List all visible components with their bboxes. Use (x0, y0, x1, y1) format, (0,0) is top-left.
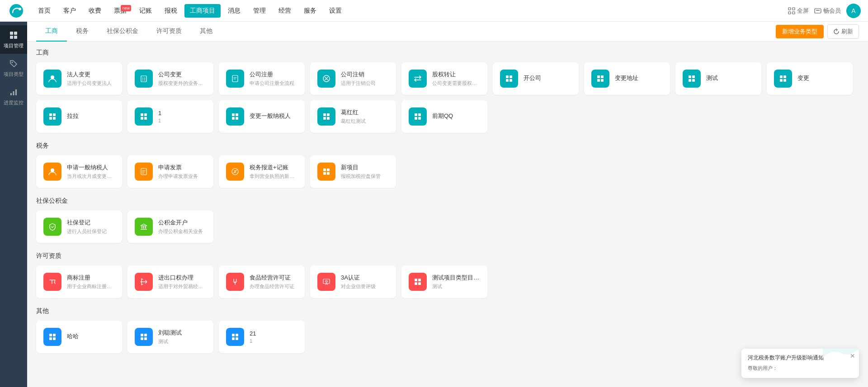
fullscreen-button[interactable]: 全屏 (788, 7, 809, 15)
nav-home[interactable]: 首页 (33, 4, 56, 18)
sidebar-label-project-manage: 项目管理 (4, 42, 24, 49)
card-0-2[interactable]: 公司注册申请公司注册全流程 (219, 62, 305, 95)
svg-rect-30 (597, 79, 600, 82)
card-desc-3-4: 测试 (432, 283, 480, 290)
card-info-4-0: 哈哈 (67, 332, 115, 342)
card-1-0[interactable]: 申请一般纳税人当月或次月成变更完成 (36, 155, 122, 188)
svg-rect-29 (601, 75, 604, 78)
card-info-1-0: 申请一般纳税人当月或次月成变更完成 (67, 163, 115, 180)
svg-rect-45 (144, 113, 147, 116)
card-0-11[interactable]: 变更一般纳税人 (219, 100, 305, 133)
card-info-0-9: 拉拉 (67, 112, 115, 121)
card-0-7[interactable]: 测试 (675, 62, 761, 95)
card-0-9[interactable]: 拉拉 (36, 100, 122, 133)
card-0-4[interactable]: 股权转让公司变更需要股权转让 (401, 62, 487, 95)
grid-icon (8, 30, 19, 41)
new-type-button[interactable]: 新增业务类型 (776, 25, 824, 38)
svg-rect-28 (597, 75, 600, 78)
grid-icon (226, 107, 244, 126)
nav-ticket[interactable]: 票据 new (108, 4, 132, 18)
nav-bookkeeping[interactable]: 记账 (134, 4, 157, 18)
card-3-1[interactable]: 进出口权办理适用于对外贸易经营者 (127, 266, 213, 298)
member-button[interactable]: 畅会员 (814, 7, 841, 15)
card-1-3[interactable]: 新项目报税加税控盘保管 (310, 155, 396, 188)
svg-point-16 (51, 75, 54, 79)
grid-icon (409, 107, 427, 126)
svg-rect-3 (793, 8, 795, 10)
svg-rect-17 (141, 76, 146, 82)
sidebar-item-project-manage[interactable]: 项目管理 (0, 25, 27, 54)
nav-fee[interactable]: 收费 (83, 4, 107, 18)
card-1-2[interactable]: 税务报道+记账拿到营业执照的新公司 (219, 155, 305, 188)
card-2-1[interactable]: 公积金开户办理公积金相关业务 (127, 210, 213, 243)
section-title-0: 工商 (36, 49, 859, 57)
card-name-2-1: 公积金开户 (158, 219, 206, 227)
nav-service[interactable]: 服务 (298, 4, 322, 18)
card-name-0-13: 前期QQ (432, 112, 480, 120)
svg-rect-6 (815, 9, 821, 13)
card-3-0[interactable]: 商标注册用于企业商标注册服务 (36, 266, 122, 298)
card-name-1-0: 申请一般纳税人 (67, 163, 115, 172)
nav-manage[interactable]: 管理 (248, 4, 271, 18)
svg-rect-11 (14, 36, 17, 39)
content-area: 工商法人变更适用于公司变更法人公司变更股权变更外的业务变更公司注册申请公司注册全… (27, 42, 868, 369)
avatar[interactable]: A (846, 4, 861, 18)
card-name-0-1: 公司变更 (158, 70, 206, 79)
card-info-0-0: 法人变更适用于公司变更法人 (67, 70, 115, 87)
card-0-6[interactable]: 变更地址 (584, 62, 670, 95)
card-4-0[interactable]: 哈哈 (36, 321, 122, 353)
sidebar-item-progress-monitor[interactable]: 进度监控 (0, 82, 27, 111)
tab-license[interactable]: 许可资质 (147, 22, 191, 42)
sidebar-item-project-type[interactable]: 项目类型 (0, 54, 27, 82)
svg-rect-78 (53, 334, 56, 336)
card-name-2-0: 社保登记 (67, 219, 115, 227)
card-0-8[interactable]: 变更 (767, 62, 853, 95)
card-0-13[interactable]: 前期QQ (401, 100, 487, 133)
tab-tax[interactable]: 税务 (67, 22, 98, 42)
card-desc-1-1: 办理申请发票业务 (158, 173, 206, 180)
card-0-1[interactable]: 公司变更股权变更外的业务变更 (127, 62, 213, 95)
svg-rect-73 (415, 279, 417, 281)
card-1-1[interactable]: 申请发票办理申请发票业务 (127, 155, 213, 188)
tab-industry[interactable]: 工商 (36, 22, 67, 42)
card-info-0-6: 变更地址 (615, 74, 663, 84)
card-0-5[interactable]: 开公司 (493, 62, 579, 95)
cards-grid-4: 哈哈刘聪测试测试211 (36, 321, 859, 353)
nav-message[interactable]: 消息 (222, 4, 246, 18)
svg-rect-9 (14, 32, 17, 35)
card-2-0[interactable]: 社保登记进行人员社保登记 (36, 210, 122, 243)
card-name-0-5: 开公司 (524, 74, 571, 82)
card-3-2[interactable]: 食品经营许可证办理食品经营许可证 (219, 266, 305, 298)
invoice-icon (135, 163, 153, 181)
card-name-1-3: 新项目 (341, 163, 389, 172)
notification-wave (823, 349, 859, 367)
nav-industry[interactable]: 工商项目 (184, 4, 221, 18)
svg-rect-67 (142, 226, 142, 228)
card-0-12[interactable]: 葛红红葛红红测试 (310, 100, 396, 133)
svg-rect-36 (780, 75, 783, 78)
svg-rect-35 (692, 79, 695, 82)
nav-customer[interactable]: 客户 (58, 4, 81, 18)
tab-other[interactable]: 其他 (191, 22, 222, 42)
card-4-2[interactable]: 211 (219, 321, 305, 353)
card-0-10[interactable]: 11 (127, 100, 213, 133)
card-3-4[interactable]: 测试项目类型目定义测试 (401, 266, 487, 298)
card-info-0-8: 变更 (797, 74, 845, 84)
nav-operation[interactable]: 经营 (273, 4, 297, 18)
tab-social-insurance[interactable]: 社保公积金 (98, 22, 147, 42)
card-3-3[interactable]: 3A认证对企业信誉评级 (310, 266, 396, 298)
notification-popup: ✕ 河北税务数字账户升级影响通知 尊敬的用户： (741, 349, 859, 378)
refresh-button[interactable]: 刷新 (827, 24, 859, 39)
svg-rect-42 (49, 117, 52, 120)
card-0-0[interactable]: 法人变更适用于公司变更法人 (36, 62, 122, 95)
svg-rect-15 (15, 89, 17, 95)
tax-icon (226, 163, 244, 181)
bank-icon (135, 218, 153, 236)
svg-rect-57 (418, 113, 421, 116)
card-0-3[interactable]: 公司注销适用于注销公司 (310, 62, 396, 95)
nav-tax[interactable]: 报税 (159, 4, 183, 18)
svg-rect-63 (323, 168, 326, 171)
svg-rect-27 (509, 79, 512, 82)
card-4-1[interactable]: 刘聪测试测试 (127, 321, 213, 353)
nav-settings[interactable]: 设置 (324, 4, 347, 18)
